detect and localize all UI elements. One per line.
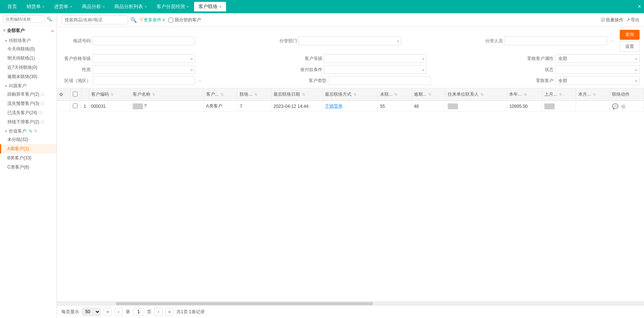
row-action-cell[interactable]: 💬 ⊞ [610,101,644,112]
col-unit-contact[interactable]: 往来单位联系人 ⇅ [445,88,507,101]
col-this-year[interactable]: 本年... ⇅ [507,88,542,101]
col-checkbox[interactable] [70,88,81,101]
prev-page-btn[interactable]: ‹ [115,308,123,316]
person-input[interactable] [504,36,607,45]
settings-btn[interactable]: 设置 [620,41,640,52]
sidebar-item-7days[interactable]: 近7天待联络(0) [0,63,57,72]
phone-input[interactable] [92,36,195,45]
col-this-month-label: 本月... [578,92,591,97]
nav-tab-customer-contact[interactable]: 客户联络 × [194,2,226,11]
col-last-method[interactable]: 最后联络方式 ⇅ [323,88,378,101]
customer-type-label: 客户类型 [297,78,326,84]
main-search-input[interactable] [61,15,128,24]
retail-attr-select[interactable] [555,54,640,63]
name-placeholder [133,103,143,109]
col-no-contact[interactable]: 未联... ⇅ [378,88,411,101]
sidebar: 🔍 ⠿ 全部客户 « ▼ 待联络客户 今天待联络(0) 明天待联络(1) 近7天… [0,13,57,318]
col-last-date[interactable]: 最后联络日期 ⇅ [271,88,323,101]
next-page-btn[interactable]: › [154,308,162,316]
region-input[interactable] [92,76,195,85]
refresh-icon[interactable]: ↻ [29,129,32,134]
customer-level-select[interactable] [324,54,427,63]
nav-tab-purchase[interactable]: 进货单 × [50,2,76,11]
sidebar-item-a-class[interactable]: A类客户(1) [0,144,57,153]
last-method-link[interactable]: 下销货单 [325,103,343,109]
sidebar-item-unclassified[interactable]: 未分组(32) [0,135,57,144]
h-scrollbar-thumb[interactable] [116,302,373,305]
export-btn[interactable]: ↗ 导出 [626,17,640,23]
row-settings-cell [57,101,70,112]
close-icon[interactable]: × [42,4,44,9]
col-name[interactable]: 客户名称 ⇅ [130,88,204,101]
group-value[interactable]: ▼ 价值客户 ↻ ✎ [0,127,57,135]
price-level-select[interactable] [92,54,195,63]
last-page-btn[interactable]: » [165,308,173,316]
sidebar-item-tomorrow[interactable]: 明天待联络(1) [0,54,57,63]
sidebar-search-input[interactable] [3,15,45,23]
row-level-cell: A类客户 [204,101,237,112]
close-icon[interactable]: × [70,4,72,9]
more-filters-btn[interactable]: ▽ 更多条件 ∨ [140,17,165,23]
group-problem[interactable]: ▼ 问题客户 [0,81,57,90]
col-contact-count[interactable]: 联络... ⇅ [237,88,271,101]
col-code[interactable]: 客户编码 ⇅ [89,88,130,101]
collapse-icon[interactable]: « [51,28,54,33]
col-this-year-label: 本年... [509,92,522,97]
sidebar-item-declining[interactable]: 持续下滑客户(2) ⓘ [0,117,57,127]
row-last-method-cell[interactable]: 下销货单 [323,101,378,112]
per-page-select[interactable]: 50 100 200 [82,308,101,316]
sidebar-item-overdue[interactable]: 逾期未联络(30) [0,72,57,81]
select-all-checkbox[interactable] [73,92,78,96]
col-this-month[interactable]: 本月... ⇅ [576,88,610,101]
message-icon[interactable]: 💬 [612,103,618,109]
first-page-btn[interactable]: « [104,308,112,316]
page-input[interactable] [133,308,144,315]
sidebar-item-b-class[interactable]: B类客户(33) [0,153,57,163]
row-checkbox-cell[interactable] [70,101,81,112]
filter-bar: 🔍 ▽ 更多条件 ∨ 我分管的客户 ☑ 批量操作 ↗ [57,13,644,27]
col-level[interactable]: 客户... ⇅ [204,88,237,101]
h-scrollbar[interactable] [57,301,644,305]
nav-tab-analysis[interactable]: 商品分析 × [78,2,109,11]
nav-tab-analysis-list[interactable]: 商品分析列表 × [110,2,151,11]
main-search-icon[interactable]: 🔍 [130,17,137,23]
close-all-icon[interactable]: × [638,3,641,10]
retail-customer-select[interactable] [555,76,640,85]
col-last-month[interactable]: 上月... ⇅ [542,88,576,101]
all-customers-header[interactable]: ⠿ 全部客户 « [0,25,57,36]
sidebar-item-churn-warning[interactable]: 流失预警客户(3) ⓘ [0,99,57,108]
sidebar-item-churned[interactable]: 已流失客户(24) ⓘ [0,108,57,117]
nav-tab-sales[interactable]: 销货单 × [22,2,49,11]
sidebar-item-today[interactable]: 今天待联络(0) [0,45,57,54]
edit-icon[interactable]: ✎ [34,129,37,134]
customer-type-input[interactable] [328,76,431,85]
col-overdue[interactable]: 逾期... ⇅ [411,88,445,101]
dots-icon[interactable]: ··· [197,78,203,83]
action-icons: 💬 ⊞ [612,103,641,109]
settings-icon[interactable]: ⚙ [59,92,63,97]
page-suffix: 页 [147,309,151,315]
nav-tab-home[interactable]: 首页 [3,2,21,11]
close-icon[interactable]: × [187,4,189,9]
payment-select[interactable] [324,65,427,74]
nav-tab-customer-segment[interactable]: 客户分层经营 × [152,2,193,11]
dept-select[interactable] [298,36,401,45]
sidebar-item-c-class[interactable]: C类客户(6) [0,163,57,172]
row-checkbox[interactable] [73,103,78,108]
col-settings[interactable]: ⚙ [57,88,70,101]
qr-icon[interactable]: ⊞ [621,103,626,109]
nature-select[interactable] [92,65,195,74]
status-select[interactable] [555,65,640,74]
batch-action-btn[interactable]: ☑ 批量操作 [601,17,623,23]
sidebar-search-icon[interactable]: 🔍 [47,17,52,22]
row-name-text: ? [144,103,147,109]
sidebar-item-repurchase-abnormal[interactable]: 回购异常客户(2) ⓘ [0,90,57,99]
close-icon[interactable]: × [144,4,147,9]
query-btn[interactable]: 查询 [620,30,640,40]
close-icon[interactable]: × [219,4,221,9]
dots-icon[interactable]: ··· [609,38,615,43]
group-pending-contact[interactable]: ▼ 待联络客户 [0,36,57,45]
my-customers-checkbox[interactable] [168,18,173,22]
close-icon[interactable]: × [103,4,105,9]
my-customers-filter[interactable]: 我分管的客户 [168,17,201,23]
